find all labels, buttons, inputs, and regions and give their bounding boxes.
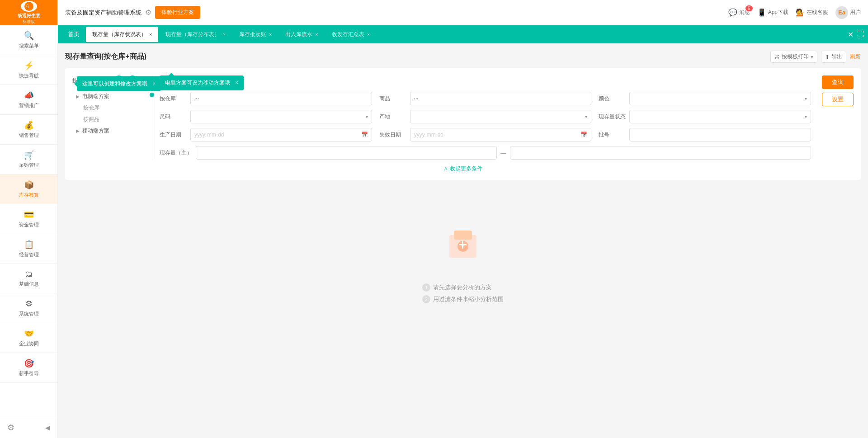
color-select[interactable]: ▾ [629, 92, 811, 105]
empty-step-2: 2 用过滤条件来缩小分析范围 [422, 295, 504, 303]
user-avatar: Ea [835, 6, 848, 19]
system-icon: ⚙ [25, 299, 33, 309]
tooltip1-text: 电脑方案可设为移动方案哦 [165, 80, 230, 86]
sales-icon: 💰 [24, 120, 34, 130]
message-icon: 💬 [728, 8, 737, 17]
size-label: 尺码 [160, 113, 187, 121]
reset-button[interactable]: 设置 [822, 93, 854, 106]
app-download-button[interactable]: 📱 App下载 [757, 8, 788, 17]
settings-gear-icon[interactable]: ⚙ [145, 8, 151, 17]
filter-row-1: 按仓库 ··· 商品 ··· 颜色 [160, 92, 811, 105]
content-area: 现存量查询(按仓库+商品) 🖨 按模板打印 ▾ ⬆ 导出 刷新 [58, 43, 868, 438]
tab-home[interactable]: 首页 [61, 28, 86, 41]
tab-close-receive-summary[interactable]: × [367, 32, 370, 37]
sidebar-logo: 6 畅通好生意 标准版 [0, 0, 57, 25]
sidebar-item-search-menu[interactable]: 🔍 搜索菜单 [0, 25, 57, 55]
tooltip1-close[interactable]: × [235, 80, 238, 86]
trial-button[interactable]: 体验行业方案 [155, 6, 200, 19]
sidebar-item-label: 搜索菜单 [19, 42, 39, 49]
message-button[interactable]: 💬 消息 6 [728, 8, 750, 17]
header-left: 装备及固定资产辅助管理系统 ⚙ 体验行业方案 [65, 6, 200, 19]
scheme-item-pc[interactable]: ▶ 电脑端方案 [72, 91, 145, 102]
filter-warehouse: 按仓库 ··· [160, 92, 372, 105]
stock-qty-label: 现存量（主） [160, 149, 192, 157]
sidebar-item-purchase[interactable]: 🛒 采购管理 [0, 145, 57, 174]
stock-qty-max-input[interactable] [510, 146, 811, 160]
filter-expire-date: 失效日期 yyyy-mm-dd 📅 [379, 128, 592, 141]
expire-date-input[interactable]: yyyy-mm-dd 📅 [410, 128, 592, 141]
sidebar-item-marketing[interactable]: 📣 营销推广 [0, 85, 57, 115]
sidebar-item-sales[interactable]: 💰 销售管理 [0, 115, 57, 145]
pc-sub-item-1[interactable]: 按仓库 [80, 102, 145, 114]
header-right: 💬 消息 6 📱 App下载 💁 在线客服 Ea 用户 [728, 6, 861, 19]
tab-in-out-flow[interactable]: 出入库流水 × [279, 27, 324, 42]
scheme-pc-label: 电脑端方案 [82, 93, 109, 100]
tab-maximize-icon[interactable]: ⛶ [857, 30, 864, 38]
stock-qty-min-input[interactable] [196, 146, 497, 160]
scheme-panel: 按以下方案查询 + ↻ « ▶ 电脑端方案 按仓库 [72, 75, 145, 160]
tab-batch-ledger[interactable]: 库存批次账 × [233, 27, 278, 42]
tab-receive-summary[interactable]: 收发存汇总表 × [326, 27, 376, 42]
origin-select[interactable]: ▾ [410, 110, 592, 123]
print-icon: 🖨 [774, 54, 780, 60]
goods-label: 商品 [379, 95, 406, 103]
svg-text:6: 6 [26, 4, 29, 9]
scheme-item-mobile[interactable]: ▶ 移动端方案 [72, 125, 145, 137]
tab-close-inventory-dist[interactable]: × [222, 32, 225, 37]
goods-select[interactable]: ··· [410, 92, 592, 105]
filter-size: 尺码 ▾ [160, 110, 372, 123]
create-scheme-tooltip: 这里可以创建和修改方案哦 × [77, 76, 161, 91]
collapse-sidebar-icon[interactable]: ◀ [45, 424, 50, 431]
filter-row-2: 尺码 ▾ 产地 ▾ [160, 110, 811, 123]
search-menu-icon: 🔍 [24, 31, 34, 41]
print-template-button[interactable]: 🖨 按模板打印 ▾ [770, 51, 817, 63]
sidebar-item-enterprise[interactable]: 🤝 企业协同 [0, 323, 57, 353]
filter-origin: 产地 ▾ [379, 110, 592, 123]
online-support-button[interactable]: 💁 在线客服 [796, 8, 828, 17]
step-2-text: 用过滤条件来缩小分析范围 [433, 295, 504, 303]
export-button[interactable]: ⬆ 导出 [821, 51, 846, 63]
tab-inventory-status[interactable]: 现存量（库存状况表） × [86, 27, 158, 42]
tab-close-in-out-flow[interactable]: × [315, 32, 318, 37]
sidebar-item-guide[interactable]: 🎯 新手引导 [0, 353, 57, 383]
prod-date-calendar-icon: 📅 [361, 132, 368, 138]
expire-date-label: 失效日期 [379, 131, 406, 139]
sidebar-item-finance[interactable]: 💳 资金管理 [0, 204, 57, 234]
filter-row-3: 生产日期 yyyy-mm-dd 📅 失效日期 yyyy-mm-dd 📅 [160, 128, 811, 141]
search-button[interactable]: 查询 [822, 75, 854, 89]
collapse-more-button[interactable]: ∧ 收起更多条件 [72, 165, 854, 173]
logo-icon: 6 [21, 1, 37, 12]
sidebar-item-quick-nav[interactable]: ⚡ 快捷导航 [0, 55, 57, 85]
export-icon: ⬆ [825, 54, 830, 60]
page-title-bar: 现存量查询(按仓库+商品) 🖨 按模板打印 ▾ ⬆ 导出 刷新 [65, 51, 861, 63]
refresh-button[interactable]: 刷新 [850, 53, 861, 61]
pc-sub-item-2[interactable]: 按商品 [80, 114, 145, 126]
batch-input[interactable] [629, 128, 811, 141]
prod-date-label: 生产日期 [160, 131, 187, 139]
tab-close-all-icon[interactable]: ✕ [848, 30, 854, 39]
tooltip2-text: 这里可以创建和修改方案哦 [82, 80, 147, 87]
size-chevron-icon: ▾ [366, 114, 368, 119]
user-button[interactable]: Ea 用户 [835, 6, 861, 19]
sidebar-item-operations[interactable]: 📋 经营管理 [0, 234, 57, 264]
tab-close-batch-ledger[interactable]: × [269, 32, 272, 37]
batch-label: 批号 [599, 131, 626, 139]
sidebar-item-basic-info[interactable]: 🗂 基础信息 [0, 264, 57, 293]
settings-icon[interactable]: ⚙ [7, 423, 14, 433]
tab-close-inventory-status[interactable]: × [149, 32, 152, 37]
tooltip2-close[interactable]: × [152, 80, 156, 87]
stock-status-select[interactable]: ▾ [629, 110, 811, 123]
basic-info-icon: 🗂 [25, 269, 33, 279]
sidebar-footer: ⚙ ◀ [0, 417, 57, 438]
enterprise-icon: 🤝 [24, 329, 34, 339]
prod-date-input[interactable]: yyyy-mm-dd 📅 [190, 128, 372, 141]
sidebar-item-system[interactable]: ⚙ 系统管理 [0, 293, 57, 323]
system-name: 装备及固定资产辅助管理系统 [65, 9, 142, 17]
sidebar-item-inventory[interactable]: 📦 库存核算 [0, 174, 57, 204]
main-area: 装备及固定资产辅助管理系统 ⚙ 体验行业方案 💬 消息 6 📱 App下载 💁 … [58, 0, 868, 438]
tab-inventory-dist[interactable]: 现存量（库存分布表） × [159, 27, 231, 42]
warehouse-select[interactable]: ··· [190, 92, 372, 105]
origin-chevron-icon: ▾ [585, 114, 587, 119]
size-select[interactable]: ▾ [190, 110, 372, 123]
online-support-icon: 💁 [796, 8, 805, 17]
